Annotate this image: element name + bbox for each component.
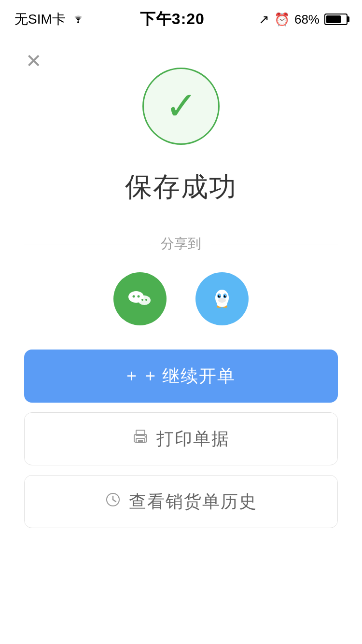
svg-point-2: [138, 295, 151, 305]
share-divider: 分享到: [24, 235, 338, 253]
share-label: 分享到: [161, 235, 201, 253]
success-title: 保存成功: [125, 169, 237, 206]
carrier-label: 无SIM卡: [14, 10, 66, 28]
share-icons: [24, 272, 338, 325]
history-button[interactable]: 查看销货单历史: [24, 475, 338, 528]
status-time: 下午3:20: [140, 9, 205, 30]
print-button[interactable]: 打印单据: [24, 412, 338, 465]
svg-point-10: [218, 295, 220, 297]
success-circle: ✓: [142, 68, 220, 145]
continue-button[interactable]: + + 继续开单: [24, 350, 338, 403]
svg-point-12: [219, 295, 220, 296]
action-buttons: + + 继续开单 打印单据: [0, 350, 362, 528]
checkmark-icon: ✓: [165, 87, 197, 126]
divider-right: [211, 244, 338, 244]
wechat-icon: [125, 283, 156, 315]
svg-point-13: [225, 295, 226, 296]
printer-icon: [132, 429, 149, 449]
svg-point-11: [223, 295, 226, 297]
continue-label: + 继续开单: [145, 364, 236, 388]
svg-point-4: [137, 295, 139, 297]
history-label: 查看销货单历史: [129, 490, 257, 514]
close-icon: ✕: [26, 51, 42, 70]
status-right: ↗ ⏰ 68%: [259, 12, 348, 27]
main-content: ✓ 保存成功 分享到: [0, 39, 362, 528]
status-left: 无SIM卡: [14, 10, 86, 28]
location-icon: ↗: [259, 12, 269, 27]
battery-label: 68%: [294, 12, 320, 27]
clock-icon: [105, 491, 121, 512]
plus-icon: +: [126, 366, 138, 386]
qq-share-button[interactable]: [195, 272, 249, 325]
print-label: 打印单据: [156, 427, 230, 451]
alarm-icon: ⏰: [274, 12, 290, 27]
svg-point-6: [145, 299, 147, 301]
qq-icon: [207, 283, 238, 315]
svg-point-0: [77, 21, 79, 23]
share-section: 分享到: [0, 235, 362, 325]
svg-point-24: [145, 436, 146, 438]
close-button[interactable]: ✕: [19, 46, 48, 75]
wechat-share-button[interactable]: [113, 272, 167, 325]
svg-line-27: [113, 500, 116, 502]
svg-point-18: [218, 298, 226, 303]
wifi-icon: [70, 12, 86, 27]
svg-point-3: [132, 295, 135, 297]
svg-point-5: [141, 299, 143, 301]
divider-left: [24, 244, 151, 244]
battery-icon: [324, 14, 348, 25]
status-bar: 无SIM卡 下午3:20 ↗ ⏰ 68%: [0, 0, 362, 39]
